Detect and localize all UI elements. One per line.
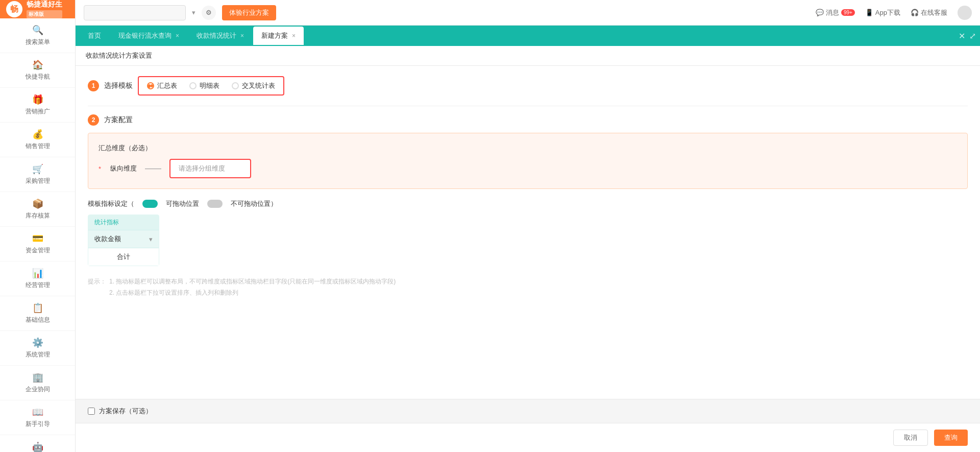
tip-content-1: 1. 拖动标题栏可以调整布局，不可跨维度或指标区域拖动栏目字段(只能在同一维度或… [109, 276, 396, 288]
dropdown-chevron-icon: ▾ [192, 9, 195, 16]
cancel-button[interactable]: 取消 [893, 430, 928, 446]
metrics-header: 模板指标设定（ 可拖动位置 不可拖动位置） [88, 199, 968, 208]
radio-crosstab-btn[interactable] [232, 82, 239, 89]
box-icon: 📦 [32, 198, 43, 209]
sidebar-item-quicknav[interactable]: 🏠 快捷导航 [0, 53, 75, 88]
download-button[interactable]: 📱 App下载 [865, 8, 900, 17]
message-label: 消息 [826, 8, 839, 17]
drag-off-indicator [207, 200, 223, 208]
step1-header: 1 选择模板 汇总表 明细表 [88, 76, 968, 96]
section-divider [88, 106, 968, 106]
sidebar-item-hardware[interactable]: 🤖 智能硬件 [0, 435, 75, 452]
tips-section: 提示： 1. 拖动标题栏可以调整布局，不可跨维度或指标区域拖动栏目字段(只能在同… [88, 276, 968, 298]
window-close-btn[interactable]: ✕ [959, 31, 965, 41]
tab-home-label: 首页 [88, 31, 101, 40]
nav-tabs: 首页 现金银行流水查询 × 收款情况统计 × 新建方案 × ✕ ⤢ [76, 26, 980, 46]
sidebar-item-system[interactable]: ⚙️ 系统管理 [0, 331, 75, 366]
content-area: 收款情况统计方案设置 1 选择模板 汇总表 [76, 46, 980, 452]
gear-icon: ⚙️ [32, 337, 43, 348]
nav-tabs-right: ✕ ⤢ [959, 31, 976, 41]
step1-title: 选择模板 [104, 81, 133, 90]
search-input[interactable] [84, 5, 186, 20]
sidebar: 畅 畅捷通好生 标准版 🔍 搜索菜单 🏠 快捷导航 🎁 营销推广 💰 销售管理 … [0, 0, 76, 452]
radio-detail-btn[interactable] [189, 82, 197, 89]
required-mark: * [99, 165, 101, 173]
stats-table: 统计指标 收款金额 ▾ 合计 [88, 215, 159, 266]
save-checkbox[interactable] [88, 408, 95, 415]
query-button[interactable]: 查询 [934, 430, 968, 446]
footer-bar: 取消 查询 [76, 423, 980, 452]
download-icon: 📱 [865, 9, 873, 16]
stats-table-cell[interactable]: 收款金额 ▾ [88, 230, 159, 248]
dimension-row: * 纵向维度 —— 请选择分组维度 [99, 159, 957, 178]
message-button[interactable]: 💬 消息 99+ [816, 8, 855, 17]
sidebar-item-label: 系统管理 [26, 350, 50, 359]
download-label: App下载 [875, 8, 900, 17]
dimension-select-box[interactable]: 请选择分组维度 [169, 159, 251, 178]
radio-detail[interactable]: 明细表 [189, 81, 219, 90]
tab-bank-flow[interactable]: 现金银行流水查询 × [110, 27, 187, 45]
settings-icon: ⚙ [206, 9, 212, 16]
tab-receipt-stats-close[interactable]: × [240, 32, 244, 39]
dimension-section-title: 汇总维度（必选） [99, 144, 957, 153]
step2-header: 2 方案配置 [88, 114, 968, 126]
sidebar-item-search[interactable]: 🔍 搜索菜单 [0, 18, 75, 53]
logo-title: 畅捷通好生 [27, 0, 62, 9]
home-icon: 🏠 [32, 59, 43, 70]
metrics-title: 模板指标设定（ [88, 199, 134, 208]
sidebar-item-label: 搜索菜单 [26, 38, 50, 46]
dimension-arrow: —— [145, 164, 161, 173]
trial-btn[interactable]: 体验行业方案 [222, 5, 276, 20]
tab-new-plan[interactable]: 新建方案 × [253, 27, 304, 45]
sidebar-item-label: 企业协同 [26, 385, 50, 394]
user-avatar[interactable] [958, 6, 972, 20]
page-title: 收款情况统计方案设置 [86, 52, 152, 59]
sidebar-item-purchase[interactable]: 🛒 采购管理 [0, 157, 75, 192]
logo-icon: 畅 [6, 1, 22, 17]
sidebar-item-finance[interactable]: 💳 资金管理 [0, 227, 75, 261]
tip-text-1: 提示： [88, 276, 106, 288]
tab-home[interactable]: 首页 [80, 27, 109, 45]
radio-summary[interactable]: 汇总表 [147, 81, 177, 90]
window-expand-btn[interactable]: ⤢ [969, 31, 976, 41]
tab-bank-flow-close[interactable]: × [176, 32, 179, 39]
step2-badge: 2 [88, 114, 99, 126]
money-icon: 💰 [32, 129, 43, 140]
stats-total-label: 合计 [117, 253, 130, 260]
sidebar-item-label: 销售管理 [26, 142, 50, 151]
sidebar-item-sales[interactable]: 💰 销售管理 [0, 123, 75, 157]
service-button[interactable]: 🎧 在线客服 [911, 8, 947, 17]
dimension-area: 汇总维度（必选） * 纵向维度 —— 请选择分组维度 [88, 133, 968, 189]
sidebar-item-label: 采购管理 [26, 177, 50, 185]
save-section: 方案保存（可选） [76, 399, 980, 423]
drag-off-label: 不可拖动位置） [231, 199, 277, 208]
radio-crosstab-label: 交叉统计表 [242, 81, 275, 90]
stats-cell-value: 收款金额 [94, 234, 121, 244]
sidebar-item-inventory[interactable]: 📦 库存核算 [0, 192, 75, 227]
sidebar-item-guide[interactable]: 📖 新手引导 [0, 400, 75, 435]
tab-new-plan-close[interactable]: × [292, 32, 296, 39]
topbar: ▾ ⚙ 体验行业方案 💬 消息 99+ 📱 App下载 🎧 在线客服 [76, 0, 980, 26]
template-highlight-box: 汇总表 明细表 交叉统计表 [138, 76, 284, 96]
sidebar-item-marketing[interactable]: 🎁 营销推广 [0, 88, 75, 123]
save-label: 方案保存（可选） [99, 407, 152, 416]
sidebar-item-collab[interactable]: 🏢 企业协同 [0, 366, 75, 400]
tab-bank-flow-label: 现金银行流水查询 [118, 31, 172, 40]
radio-crosstab[interactable]: 交叉统计表 [232, 81, 275, 90]
sidebar-item-management[interactable]: 📊 经营管理 [0, 261, 75, 296]
sidebar-item-label: 库存核算 [26, 211, 50, 220]
sidebar-item-label: 资金管理 [26, 246, 50, 255]
list-icon: 📋 [32, 302, 43, 314]
topbar-dropdown[interactable]: ▾ [192, 9, 195, 16]
service-label: 在线客服 [921, 8, 947, 17]
sidebar-item-basicinfo[interactable]: 📋 基础信息 [0, 296, 75, 331]
tab-receipt-stats-label: 收款情况统计 [197, 31, 236, 40]
sidebar-logo: 畅 畅捷通好生 标准版 [0, 0, 75, 18]
card-icon: 💳 [32, 233, 43, 244]
settings-button[interactable]: ⚙ [202, 6, 216, 20]
logo-text-block: 畅捷通好生 标准版 [27, 0, 62, 18]
tab-receipt-stats[interactable]: 收款情况统计 × [188, 27, 252, 45]
stats-cell-dropdown-icon[interactable]: ▾ [149, 235, 153, 243]
radio-summary-btn[interactable] [147, 82, 154, 89]
sidebar-item-label: 基础信息 [26, 316, 50, 324]
